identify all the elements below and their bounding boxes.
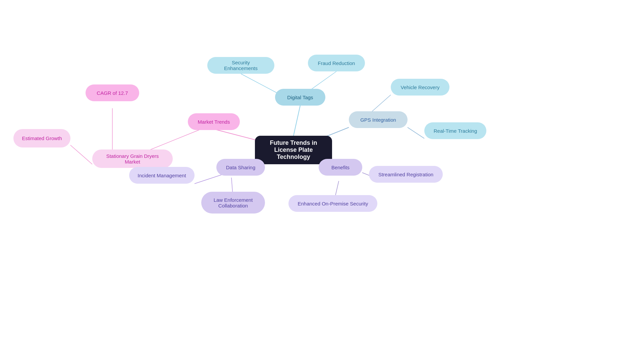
central-label: Future Trends in License Plate Technolog…: [263, 139, 324, 161]
digital-tags-label: Digital Tags: [287, 95, 313, 100]
data-sharing-label: Data Sharing: [226, 165, 256, 170]
gps-integration-label: GPS Integration: [360, 117, 396, 123]
security-enhancements-label: Security Enhancements: [215, 60, 266, 71]
incident-management-label: Incident Management: [138, 173, 186, 178]
real-time-tracking-label: Real-Time Tracking: [434, 128, 477, 134]
law-enforcement-node[interactable]: Law Enforcement Collaboration: [201, 192, 265, 214]
market-trends-label: Market Trends: [198, 119, 230, 125]
stationary-grain-label: Stationary Grain Dryers Market: [100, 153, 165, 165]
security-enhancements-node[interactable]: Security Enhancements: [207, 57, 274, 74]
benefits-node[interactable]: Benefits: [319, 159, 362, 176]
incident-management-node[interactable]: Incident Management: [129, 167, 195, 184]
stationary-grain-dryers-node[interactable]: Stationary Grain Dryers Market: [92, 149, 173, 168]
estimated-growth-label: Estimated Growth: [22, 135, 62, 141]
market-trends-node[interactable]: Market Trends: [188, 113, 240, 130]
fraud-reduction-node[interactable]: Fraud Reduction: [308, 55, 365, 71]
enhanced-security-label: Enhanced On-Premise Security: [298, 201, 368, 206]
enhanced-security-node[interactable]: Enhanced On-Premise Security: [288, 195, 377, 212]
svg-line-9: [408, 127, 424, 138]
cagr-label: CAGR of 12.7: [97, 90, 128, 96]
digital-tags-node[interactable]: Digital Tags: [275, 89, 325, 106]
streamlined-registration-node[interactable]: Streamlined Registration: [369, 166, 443, 183]
central-node[interactable]: Future Trends in License Plate Technolog…: [255, 136, 332, 164]
data-sharing-node[interactable]: Data Sharing: [216, 159, 265, 176]
fraud-reduction-label: Fraud Reduction: [318, 60, 355, 66]
streamlined-registration-label: Streamlined Registration: [378, 172, 433, 177]
benefits-label: Benefits: [331, 165, 350, 170]
estimated-growth-node[interactable]: Estimated Growth: [13, 129, 70, 147]
law-enforcement-label: Law Enforcement Collaboration: [209, 197, 257, 208]
vehicle-recovery-node[interactable]: Vehicle Recovery: [391, 79, 449, 96]
gps-integration-node[interactable]: GPS Integration: [349, 111, 408, 128]
svg-line-0: [293, 106, 300, 136]
real-time-tracking-node[interactable]: Real-Time Tracking: [424, 122, 486, 139]
svg-line-6: [70, 145, 92, 164]
vehicle-recovery-label: Vehicle Recovery: [401, 84, 440, 90]
cagr-node[interactable]: CAGR of 12.7: [86, 84, 139, 101]
